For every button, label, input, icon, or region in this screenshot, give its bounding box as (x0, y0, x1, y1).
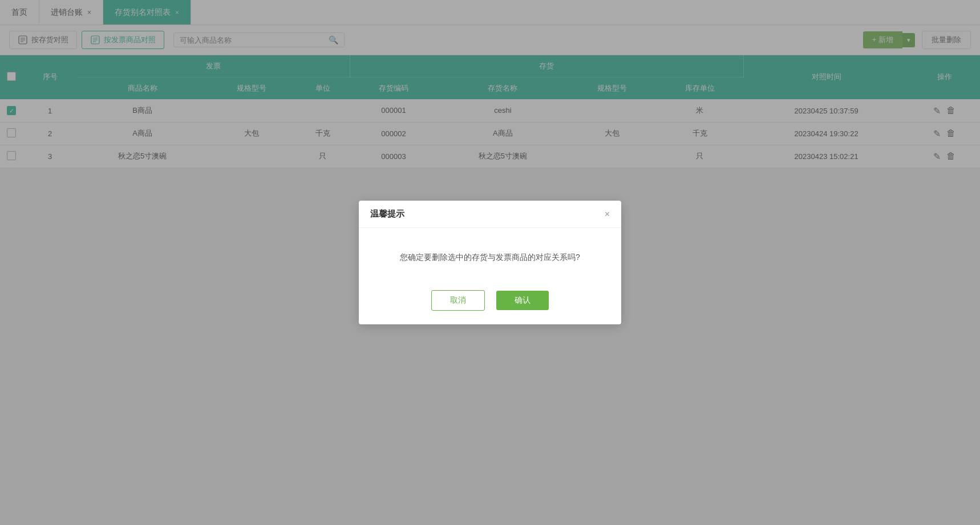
modal-overlay: 温馨提示 × 您确定要删除选中的存货与发票商品的对应关系吗? 取消 确认 (0, 0, 980, 168)
